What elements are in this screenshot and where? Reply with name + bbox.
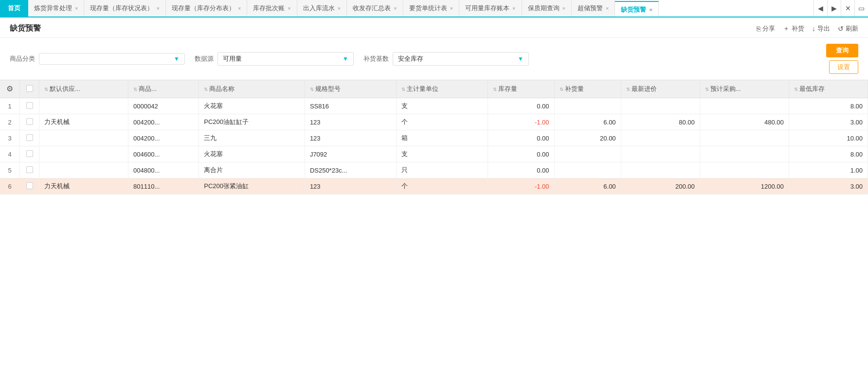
row-stock-qty: -1.00	[488, 178, 554, 194]
sort-spec[interactable]: ⇅ 规格型号	[310, 85, 391, 93]
tab-label: 出入库流水	[303, 4, 335, 13]
tab-home[interactable]: 首页	[0, 0, 28, 17]
col-replenish-sort-icon: ⇅	[560, 87, 563, 92]
tab-close-stock-status[interactable]: ×	[156, 5, 159, 11]
tab-close-overstock[interactable]: ×	[606, 5, 609, 11]
datasource-filter-label: 数据源	[195, 54, 214, 63]
header-actions: ⎘ 分享 ＋ 补货 ↓ 导出 ↺ 刷新	[757, 24, 858, 33]
row-est-purchase	[700, 98, 789, 114]
row-supplier: 力天机械	[39, 114, 128, 130]
tab-batch-account[interactable]: 库存批次账×	[247, 0, 297, 17]
tab-close-batch-account[interactable]: ×	[288, 5, 290, 11]
column-settings-icon[interactable]: ⚙	[5, 84, 15, 94]
sort-unit[interactable]: ⇅ 主计量单位	[401, 85, 482, 93]
share-icon: ⎘	[757, 25, 760, 33]
refresh-label: 刷新	[846, 24, 858, 33]
select-all-checkbox[interactable]	[26, 85, 33, 92]
tab-close-demand-stat[interactable]: ×	[450, 5, 453, 11]
row-est-purchase	[700, 146, 789, 162]
row-latest-price	[621, 98, 700, 114]
refresh-action[interactable]: ↺ 刷新	[838, 24, 858, 33]
row-spec: 123	[305, 130, 396, 146]
row-spec: SS816	[305, 98, 396, 114]
settings-button[interactable]: 设置	[829, 60, 858, 74]
sort-stock-qty[interactable]: ⇅ 库存量	[493, 85, 549, 93]
tab-close-stock-dist[interactable]: ×	[238, 5, 241, 11]
row-checkbox-cell	[20, 178, 39, 194]
replenish-base-select[interactable]: 安全库存 ▼	[393, 52, 529, 66]
tab-close-recv-summary[interactable]: ×	[394, 5, 397, 11]
export-action[interactable]: ↓ 导出	[812, 24, 830, 33]
sort-product-code[interactable]: ⇅ 商品...	[133, 85, 194, 93]
col-min-stock: ⇅ 最低库存	[789, 80, 868, 98]
sort-default-supplier[interactable]: ⇅ 默认供应...	[44, 85, 123, 93]
col-unit: ⇅ 主计量单位	[397, 80, 488, 98]
col-spec: ⇅ 规格型号	[305, 80, 396, 98]
category-filter-group: 商品分类 ▼	[10, 53, 185, 65]
row-checkbox[interactable]	[26, 150, 33, 157]
sort-replenish-qty[interactable]: ⇅ 补货量	[560, 85, 616, 93]
datasource-select[interactable]: 可用量 ▼	[217, 52, 354, 66]
tab-close-expiry-query[interactable]: ×	[562, 5, 565, 11]
row-checkbox[interactable]	[26, 182, 33, 189]
tab-recv-summary[interactable]: 收发存汇总表×	[347, 0, 403, 17]
tab-close-inout-flow[interactable]: ×	[338, 5, 341, 11]
share-action[interactable]: ⎘ 分享	[757, 24, 775, 33]
row-stock-qty: 0.00	[488, 162, 554, 178]
row-checkbox[interactable]	[26, 166, 33, 173]
sort-min-stock[interactable]: ⇅ 最低库存	[794, 85, 863, 93]
sort-latest-price[interactable]: ⇅ 最新进价	[626, 85, 695, 93]
row-product-code: 0000042	[128, 98, 199, 114]
tab-abnormal[interactable]: 炼货异常处理×	[28, 0, 84, 17]
row-index: 3	[0, 130, 20, 146]
export-icon: ↓	[812, 25, 815, 33]
row-product-code: 004600...	[128, 146, 199, 162]
tab-overstock[interactable]: 超储预警×	[572, 0, 615, 17]
tab-next-button[interactable]: ▶	[827, 0, 841, 17]
row-stock-qty: -1.00	[488, 114, 554, 130]
row-min-stock: 8.00	[789, 98, 868, 114]
row-checkbox[interactable]	[26, 134, 33, 141]
tab-avail-ledger[interactable]: 可用量库存账本×	[459, 0, 522, 17]
row-replenish-qty	[554, 162, 621, 178]
tab-prev-button[interactable]: ◀	[814, 0, 827, 17]
sort-est-purchase[interactable]: ⇅ 预计采购...	[705, 85, 784, 93]
col-latest-price: ⇅ 最新进价	[621, 80, 700, 98]
tab-fullscreen-button[interactable]: ▭	[854, 0, 868, 17]
tab-label: 可用量库存账本	[465, 4, 509, 13]
row-checkbox[interactable]	[26, 118, 33, 125]
tab-shortage[interactable]: 缺货预警×	[615, 1, 658, 17]
col-est-label: 预计采购...	[710, 85, 741, 93]
category-select[interactable]: ▼	[39, 53, 185, 65]
row-spec: 123	[305, 178, 396, 194]
tab-close-abnormal[interactable]: ×	[75, 5, 78, 11]
query-button[interactable]: 查询	[826, 44, 858, 57]
sort-product-name[interactable]: ⇅ 商品名称	[204, 85, 300, 93]
row-checkbox[interactable]	[26, 102, 33, 109]
row-checkbox-cell	[20, 130, 39, 146]
share-label: 分享	[762, 24, 775, 33]
tab-bar: 首页 炼货异常处理×现存量（库存状况表）×现存量（库存分布表）×库存批次账×出入…	[0, 0, 868, 18]
row-stock-qty: 0.00	[488, 98, 554, 114]
tab-stock-dist[interactable]: 现存量（库存分布表）×	[166, 0, 247, 17]
tab-label: 超储预警	[578, 4, 603, 13]
tab-label: 炼货异常处理	[34, 4, 72, 13]
col-price-sort-icon: ⇅	[626, 87, 630, 92]
tab-demand-stat[interactable]: 要货单统计表×	[403, 0, 459, 17]
row-index: 6	[0, 178, 20, 194]
row-replenish-qty: 20.00	[554, 130, 621, 146]
row-stock-qty: 0.00	[488, 130, 554, 146]
tab-close-window-button[interactable]: ✕	[841, 0, 854, 17]
tab-close-shortage[interactable]: ×	[649, 7, 652, 13]
row-checkbox-cell	[20, 114, 39, 130]
row-spec: J7092	[305, 146, 396, 162]
replenish-action[interactable]: ＋ 补货	[783, 24, 804, 33]
tab-stock-status[interactable]: 现存量（库存状况表）×	[84, 0, 165, 17]
col-settings[interactable]: ⚙	[0, 80, 20, 98]
tab-close-avail-ledger[interactable]: ×	[512, 5, 515, 11]
tab-inout-flow[interactable]: 出入库流水×	[297, 0, 347, 17]
tab-expiry-query[interactable]: 保质期查询×	[522, 0, 572, 17]
replenish-base-chevron-icon: ▼	[518, 55, 524, 62]
col-product-name: ⇅ 商品名称	[199, 80, 305, 98]
row-replenish-qty	[554, 98, 621, 114]
